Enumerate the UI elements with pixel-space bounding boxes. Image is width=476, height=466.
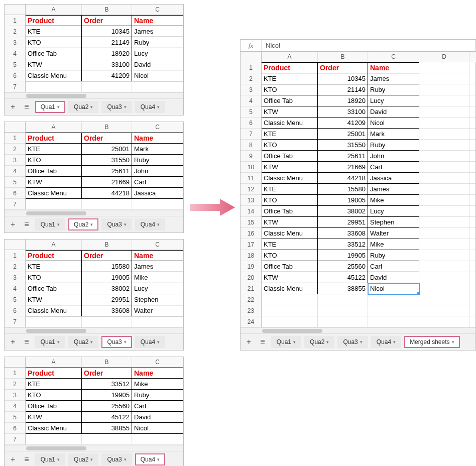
cell[interactable]: 19005	[318, 195, 368, 206]
cell[interactable]: Classic Menu	[262, 283, 318, 294]
col-header-b[interactable]: B	[318, 52, 368, 62]
cell[interactable]: David	[368, 272, 419, 283]
cell[interactable]: 29951	[318, 217, 368, 228]
cell[interactable]: KTE	[26, 26, 82, 37]
cell[interactable]: Jassica	[368, 173, 419, 184]
cell[interactable]: 25560	[318, 261, 368, 272]
row-number[interactable]: 17	[241, 239, 262, 250]
sheet-tab-qua3[interactable]: Qua3▾	[101, 453, 132, 465]
row-number[interactable]: 15	[241, 217, 262, 227]
all-sheets-icon[interactable]: ≡	[257, 337, 268, 346]
sheet-tab-qua1[interactable]: Qua1▾	[35, 453, 65, 465]
cell[interactable]: KTE	[262, 184, 318, 195]
row-number[interactable]: 20	[241, 272, 262, 283]
row-number[interactable]: 8	[241, 140, 262, 150]
row-number[interactable]: 3	[5, 37, 26, 48]
sheet-tab-qua4[interactable]: Qua4▾	[135, 218, 165, 230]
sheet-tab-qua1[interactable]: Qua1▾	[35, 336, 65, 348]
cell[interactable]: Nicol	[132, 70, 183, 81]
cell[interactable]: Office Tab	[26, 48, 82, 59]
row-number[interactable]: 21	[241, 283, 262, 294]
row-number[interactable]: 4	[5, 48, 26, 59]
cell[interactable]: 31550	[318, 140, 368, 151]
col-header-b[interactable]: B	[82, 5, 132, 15]
col-header-c[interactable]: C	[132, 5, 183, 15]
cell[interactable]: Classic Menu	[26, 70, 82, 81]
cell[interactable]: Mike	[368, 239, 419, 250]
cell[interactable]: 41209	[318, 118, 368, 129]
cell[interactable]: Carl	[368, 162, 419, 173]
row-number[interactable]: 19	[241, 261, 262, 272]
cell[interactable]: Ruby	[368, 250, 419, 261]
horizontal-scrollbar[interactable]	[5, 327, 183, 333]
add-sheet-icon[interactable]: +	[8, 102, 18, 111]
horizontal-scrollbar[interactable]	[5, 445, 183, 451]
sheet-tab-merged[interactable]: Merged sheets▾	[404, 336, 459, 348]
sheet-tab-qua3[interactable]: Qua3▾	[101, 101, 132, 113]
sheet-tab-qua2[interactable]: Qua2▾	[68, 336, 98, 348]
row-number[interactable]: 5	[5, 59, 26, 70]
col-header-d[interactable]: D	[419, 52, 469, 62]
cell[interactable]: Classic Menu	[262, 228, 318, 239]
sheet-tab-qua4[interactable]: Qua4▾	[135, 336, 165, 348]
cell[interactable]: 33512	[318, 239, 368, 250]
cell[interactable]: James	[132, 26, 183, 37]
col-header-a[interactable]: A	[26, 122, 82, 132]
col-header-e[interactable]	[469, 52, 476, 62]
cell[interactable]: 33608	[318, 228, 368, 239]
cell[interactable]: 33100	[318, 106, 368, 118]
cell[interactable]: Stephen	[368, 217, 419, 228]
horizontal-scrollbar[interactable]	[5, 210, 183, 216]
cell[interactable]: David	[368, 106, 419, 118]
cell[interactable]: 18920	[82, 48, 132, 59]
horizontal-scrollbar[interactable]	[5, 92, 183, 98]
cell[interactable]: Nicol	[368, 118, 419, 129]
cell[interactable]: KTO	[262, 250, 318, 261]
cell[interactable]: Office Tab	[262, 95, 318, 106]
row-number[interactable]: 9	[241, 151, 262, 161]
sheet-tab-qua1[interactable]: Qua1▾	[271, 336, 301, 348]
sheet-tab-qua2[interactable]: Qua2▾	[68, 218, 98, 230]
cell[interactable]: KTW	[262, 217, 318, 228]
col-header-a[interactable]: A	[26, 5, 82, 15]
cell[interactable]: Nicol	[368, 283, 419, 294]
cell[interactable]: 25001	[318, 129, 368, 140]
cell-header-order[interactable]: Order	[82, 15, 132, 26]
cell[interactable]: Office Tab	[262, 206, 318, 217]
cell[interactable]: KTE	[262, 73, 318, 84]
cell[interactable]: John	[368, 151, 419, 162]
sheet-tab-qua2[interactable]: Qua2▾	[304, 336, 334, 348]
row-number[interactable]: 7	[5, 81, 26, 92]
select-all-corner[interactable]	[5, 5, 26, 15]
row-number[interactable]: 1	[5, 133, 26, 143]
cell[interactable]: KTW	[262, 272, 318, 283]
sheet-tab-qua1[interactable]: Qua1▾	[35, 218, 65, 230]
all-sheets-icon[interactable]: ≡	[21, 220, 32, 229]
cell[interactable]: 44218	[318, 173, 368, 184]
cell[interactable]: Office Tab	[262, 151, 318, 162]
cell[interactable]: 21149	[82, 37, 132, 48]
cell[interactable]: Mike	[368, 195, 419, 206]
sheet-tab-qua4[interactable]: Qua4▾	[371, 336, 401, 348]
formula-value[interactable]: Nicol	[262, 42, 280, 49]
cell[interactable]: 38002	[318, 206, 368, 217]
row-number[interactable]: 7	[241, 129, 262, 139]
col-header-c[interactable]: C	[132, 122, 183, 132]
cell[interactable]: KTO	[262, 140, 318, 151]
add-sheet-icon[interactable]: +	[8, 337, 18, 346]
cell[interactable]: Lucy	[368, 206, 419, 217]
cell[interactable]: 10345	[318, 73, 368, 84]
row-number[interactable]: 18	[241, 250, 262, 261]
cell[interactable]: KTW	[262, 106, 318, 118]
cell[interactable]: Walter	[368, 228, 419, 239]
sheet-tab-qua2[interactable]: Qua2▾	[68, 453, 98, 465]
cell[interactable]: KTO	[262, 195, 318, 206]
row-number[interactable]: 2	[5, 26, 26, 37]
row-number[interactable]: 16	[241, 228, 262, 239]
row-number[interactable]: 4	[241, 95, 262, 106]
cell[interactable]: Lucy	[368, 95, 419, 106]
cell[interactable]: KTW	[262, 162, 318, 173]
row-number[interactable]: 5	[241, 106, 262, 117]
row-number[interactable]: 6	[5, 70, 26, 81]
fx-icon[interactable]: fx	[241, 40, 262, 51]
